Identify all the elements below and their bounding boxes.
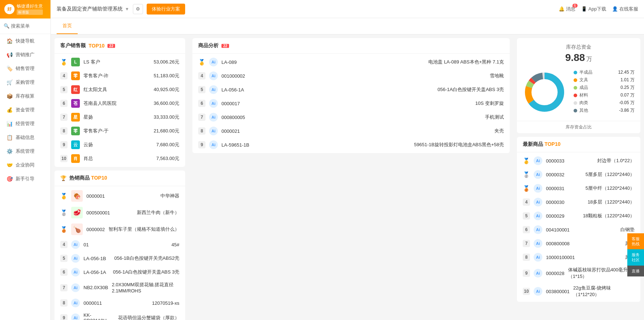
marketing-icon: 📢 xyxy=(6,52,13,58)
product-icon: Ai xyxy=(209,99,218,108)
legend-dot-stationery xyxy=(574,78,577,82)
rank-number: 4 xyxy=(60,72,68,79)
product-analysis-badge: 22 xyxy=(221,44,229,48)
rank-number: 5 xyxy=(523,212,530,220)
middle-panel: 商品分析 22 🥇 Ai LA-089 电池盖 LA-089 ABS本色+黑种 … xyxy=(189,34,513,320)
product-name: 花语萌但温分蟹罐袋（厚款） xyxy=(118,315,179,320)
sidebar-item-marketing[interactable]: 📢 营销推广 xyxy=(0,48,50,62)
customer-icon: L xyxy=(71,58,80,66)
sidebar-item-cooperation[interactable]: 🤝 企业协同 xyxy=(0,158,50,172)
sidebar-item-label: 基础信息 xyxy=(16,134,34,141)
customer-name: 红太阳文具 xyxy=(83,86,150,93)
inventory-chart-area: 半成品 12.45 万 文具 1.01 万 成品 0.25 万 xyxy=(517,69,640,121)
product-analysis-header: 商品分析 22 xyxy=(192,38,510,54)
customer-rank-header: 客户销售额 TOP10 22 xyxy=(54,38,185,54)
customer-service-button[interactable]: 客服热线 xyxy=(627,233,644,250)
trial-button[interactable]: 体验行业方案 xyxy=(147,4,185,15)
hot-products-header: 🏆 热销商品 TOP10 xyxy=(54,171,185,186)
product-code: LA-056-1B xyxy=(83,256,111,261)
product-name: 2.0X30MM双搓花轴.搓花直径2.1MM/ROHS xyxy=(112,282,179,294)
product-code: 0000001 xyxy=(86,193,157,199)
sidebar-search-area: 🔍 搜索菜单 xyxy=(0,19,50,34)
product-name: 封边带（1.0*22） xyxy=(597,157,635,164)
list-item: 4 Ai 001000002 雪地靴 xyxy=(192,69,510,83)
customer-value: 33,333.00元 xyxy=(154,114,179,120)
app-download-button[interactable]: 📱 App下载 xyxy=(581,6,606,12)
sidebar-item-label: 快捷导航 xyxy=(16,38,34,44)
rank-number: 8 xyxy=(198,127,205,135)
product-name: 22g鱼豆腐-烧烤味（1*12*20） xyxy=(573,285,635,298)
sidebar-item-operations[interactable]: 📊 经营管理 xyxy=(0,117,50,131)
product-image: 🍗 xyxy=(71,223,83,235)
customer-value: 53,006.26元 xyxy=(154,59,179,65)
main-area: 装备及固定资产辅助管理系统 ▼ ⚙ 体验行业方案 🔔 消息 6 📱 App下载 … xyxy=(51,0,644,320)
tab-home[interactable]: 首页 xyxy=(57,18,78,34)
topbar-right: 🔔 消息 6 📱 App下载 👤 在线客服 xyxy=(559,6,638,12)
product-code: 0000011 xyxy=(83,300,148,306)
legend-item: 其他 -3.86 万 xyxy=(574,107,635,114)
customer-value: 7,680.00元 xyxy=(156,141,179,148)
product-name: 10S 变刺罗旋 xyxy=(475,100,504,107)
left-panel: 客户销售额 TOP10 22 🥇 L LS 客户 53,006.26元 4 零 … xyxy=(51,34,189,320)
sidebar-item-label: 经营管理 xyxy=(16,120,34,127)
product-icon: Ai xyxy=(71,299,80,307)
legend-name: 半成品 xyxy=(579,69,616,75)
table-row: 6 苍 苍南县人民医院 36,600.00元 xyxy=(54,97,185,110)
service-community-button[interactable]: 服务社区 xyxy=(627,249,644,266)
sidebar-item-new-guide[interactable]: 🎯 新手引导 xyxy=(0,172,50,186)
product-code: NB2.0X30B xyxy=(83,285,108,290)
product-code: LA-056-1A xyxy=(221,87,434,93)
product-code: 000500001 xyxy=(86,210,133,216)
customer-icon: 星 xyxy=(71,113,80,122)
product-code: 0000002 xyxy=(86,227,105,232)
product-icon: Ai xyxy=(71,313,80,320)
hot-products-card: 🏆 热销商品 TOP10 🥇 🍖 0000001 中华神器 🥈 🥩 000500… xyxy=(54,171,185,320)
list-item: 🥉 🍗 0000002 智利车子里（规格不知道填什么） xyxy=(54,221,185,238)
inventory-legend: 半成品 12.45 万 文具 1.01 万 成品 0.25 万 xyxy=(574,69,635,115)
livestream-button[interactable]: 直播 xyxy=(627,266,644,276)
legend-item: 成品 0.25 万 xyxy=(574,85,635,91)
product-code: LA-089 xyxy=(221,60,425,65)
notifications-button[interactable]: 🔔 消息 6 xyxy=(559,6,575,12)
list-item: 8 Ai 10000100001 原壶 xyxy=(517,250,640,264)
sidebar-item-inventory[interactable]: 📦 库存核算 xyxy=(0,89,50,103)
sidebar-item-quick-nav[interactable]: 🏠 快捷导航 xyxy=(0,34,50,48)
list-item: 6 Ai 0000017 10S 变刺罗旋 xyxy=(192,97,510,110)
product-name: 18颗粒板（1220*2440） xyxy=(583,213,635,219)
sidebar-logo: 好 畅捷通好生意 标准版 xyxy=(0,0,50,19)
product-analysis-title: 商品分析 xyxy=(198,42,219,49)
product-name: 手机测试 xyxy=(485,114,504,120)
new-products-card: 最新商品 TOP10 🥇 Ai 0000033 封边带（1.0*22） 🥈 Ai… xyxy=(517,137,640,302)
sidebar-item-purchase[interactable]: 🛒 采购管理 xyxy=(0,75,50,89)
system-dropdown-icon[interactable]: ▼ xyxy=(125,7,129,12)
table-row: 9 云 云扬 7,680.00元 xyxy=(54,138,185,152)
legend-item: 材料 0.07 万 xyxy=(574,92,635,98)
search-menu-button[interactable]: 🔍 搜索菜单 xyxy=(4,21,30,31)
list-item: 7 Ai 000800005 手机测试 xyxy=(192,110,510,124)
sidebar: 好 畅捷通好生意 标准版 🔍 搜索菜单 🏠 快捷导航 📢 营销推广 🏷️ 销售管… xyxy=(0,0,51,320)
product-code: 01 xyxy=(83,242,168,247)
rank-number: 4 xyxy=(523,198,530,206)
inventory-title: 库存总资金 xyxy=(523,44,635,50)
sidebar-item-finance[interactable]: 💰 资金管理 xyxy=(0,103,50,117)
legend-dot-semifinished xyxy=(574,71,577,74)
medal-icon: 🥇 xyxy=(60,59,68,66)
medal-icon: 🥉 xyxy=(523,185,530,192)
rank-number: 9 xyxy=(60,141,68,148)
sidebar-item-sales[interactable]: 🏷️ 销售管理 xyxy=(0,62,50,75)
medal-icon: 🥉 xyxy=(60,226,68,233)
rank-number: 5 xyxy=(198,86,205,93)
list-item: 4 Ai 01 45# xyxy=(54,238,185,251)
sidebar-item-base-info[interactable]: 📋 基础信息 xyxy=(0,131,50,144)
list-item: 🥇 Ai 0000033 封边带（1.0*22） xyxy=(517,154,640,168)
sidebar-item-system[interactable]: ⚙️ 系统管理 xyxy=(0,144,50,158)
product-icon: Ai xyxy=(71,268,80,276)
product-code: 0000032 xyxy=(546,172,582,177)
product-name: 056-1B白色按键开关壳ABS2壳 xyxy=(114,255,179,262)
product-name: 056-1A白色按键开关盖ABS 3壳 xyxy=(113,269,179,275)
online-service-button[interactable]: 👤 在线客服 xyxy=(612,6,638,12)
list-item: 5 Ai LA-056-1B 056-1B白色按键开关壳ABS2壳 xyxy=(54,251,185,265)
table-row: 5 红 红太阳文具 40,925.00元 xyxy=(54,83,185,97)
product-image: 🥩 xyxy=(71,207,83,218)
settings-button[interactable]: ⚙ xyxy=(133,4,143,14)
